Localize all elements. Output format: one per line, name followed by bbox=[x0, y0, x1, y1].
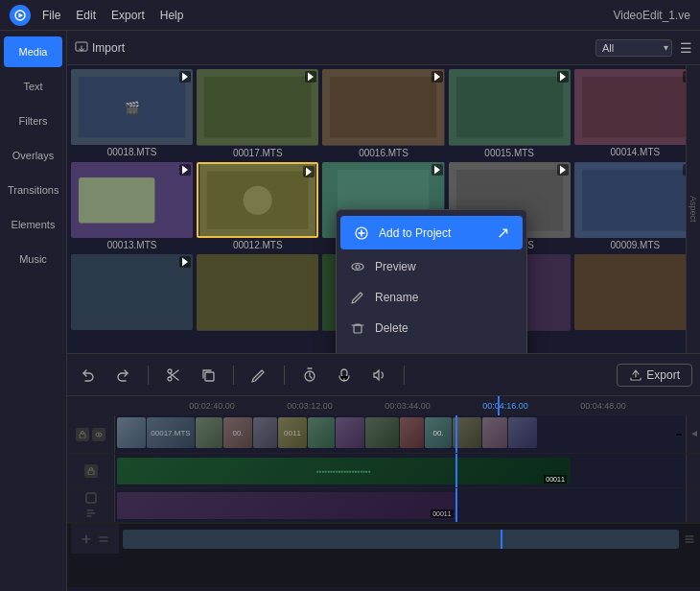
thumb-icon bbox=[432, 71, 443, 83]
clip-thumb-4: 00. bbox=[223, 417, 252, 448]
svg-rect-8 bbox=[204, 77, 311, 138]
timer-button[interactable] bbox=[296, 362, 323, 389]
media-item-r5[interactable] bbox=[574, 254, 696, 333]
media-item-r1[interactable] bbox=[71, 254, 193, 333]
import-button[interactable]: Import bbox=[75, 41, 125, 55]
clip-thumb-12 bbox=[453, 417, 481, 448]
bottom-icon-2[interactable] bbox=[97, 532, 110, 546]
media-item-00012[interactable]: 00012.MTS bbox=[197, 162, 318, 251]
svg-point-19 bbox=[244, 185, 272, 214]
cut-button[interactable] bbox=[160, 362, 187, 389]
clip-thumb-14 bbox=[508, 417, 537, 448]
thumb-icon bbox=[179, 164, 191, 176]
menu-export[interactable]: Export bbox=[111, 9, 145, 22]
audio-lock-btn[interactable] bbox=[84, 464, 98, 478]
svg-rect-16 bbox=[79, 177, 154, 223]
video-track-row: 00017.MTS 00. 0011 00. bbox=[67, 415, 700, 454]
ctx-delete[interactable]: Delete bbox=[337, 313, 526, 343]
media-item-00016[interactable]: 00016.MTS bbox=[322, 69, 444, 158]
right-panel: Aspect bbox=[686, 65, 700, 353]
media-label: 00009.MTS bbox=[574, 240, 696, 250]
sidebar-item-filters[interactable]: Filters bbox=[4, 106, 62, 136]
clip-thumb-2: 00017.MTS bbox=[147, 417, 195, 448]
ctx-add-to-project[interactable]: Add to Project ↗ bbox=[340, 216, 523, 249]
audio-clip-main: ▪▪▪▪▪▪▪▪▪▪▪▪▪▪▪▪▪▪▪▪ 00011 bbox=[117, 458, 571, 485]
menu-edit[interactable]: Edit bbox=[76, 9, 96, 22]
clip-thumb-1 bbox=[117, 417, 146, 448]
export-button[interactable]: Export bbox=[617, 364, 692, 387]
ctx-open-location[interactable]: Open the file location bbox=[337, 343, 526, 353]
clip-thumb-10 bbox=[400, 417, 424, 448]
media-item-00017[interactable]: 00017.MTS bbox=[197, 69, 318, 158]
svg-rect-10 bbox=[330, 77, 436, 138]
redo-button[interactable] bbox=[109, 362, 136, 389]
ctx-preview-label: Preview bbox=[375, 260, 416, 273]
effects-icon-1[interactable] bbox=[84, 491, 98, 505]
clip-thumb-7 bbox=[308, 417, 335, 448]
effects-track-content[interactable]: 00011 bbox=[115, 488, 686, 522]
bottom-icon-1[interactable] bbox=[80, 532, 93, 546]
ctx-preview[interactable]: Preview bbox=[337, 251, 526, 282]
svg-rect-31 bbox=[574, 254, 696, 330]
thumb-icon bbox=[557, 71, 569, 83]
mic-button[interactable] bbox=[331, 362, 358, 389]
track-eye-btn[interactable] bbox=[92, 428, 105, 441]
bottom-icon-3[interactable] bbox=[683, 532, 696, 546]
sidebar-item-transitions[interactable]: Transitions bbox=[4, 175, 62, 205]
filter-select[interactable]: All Video Audio Image bbox=[595, 39, 672, 57]
ctx-rename-label: Rename bbox=[375, 291, 418, 304]
grid-view-icon[interactable]: ☰ bbox=[680, 40, 692, 56]
media-item-00013[interactable]: 00013.MTS bbox=[71, 162, 193, 251]
filter-dropdown-wrapper[interactable]: All Video Audio Image ▾ bbox=[595, 39, 672, 57]
undo-button[interactable] bbox=[75, 362, 102, 389]
ctx-open-location-label: Open the file location bbox=[375, 352, 483, 353]
toolbar-sep-2 bbox=[233, 366, 234, 385]
svg-rect-26 bbox=[71, 254, 193, 330]
media-item-00018[interactable]: 🎬 00018.MTS bbox=[71, 69, 193, 158]
pen-button[interactable] bbox=[245, 362, 272, 389]
track-end-label bbox=[676, 434, 682, 436]
svg-rect-45 bbox=[88, 470, 94, 475]
toolbar-sep-3 bbox=[284, 366, 285, 385]
pencil-icon bbox=[350, 290, 365, 305]
media-item-00014[interactable]: 00014.MTS bbox=[574, 69, 696, 158]
effects-icon-2[interactable] bbox=[84, 507, 98, 520]
clip-thumb-6: 0011 bbox=[278, 417, 307, 448]
ruler-mark-5: 00:04:48.00 bbox=[554, 401, 652, 411]
thumb-icon bbox=[305, 71, 316, 83]
volume-button[interactable] bbox=[365, 362, 392, 389]
svg-rect-14 bbox=[582, 77, 688, 138]
sidebar-item-media[interactable]: Media bbox=[4, 36, 62, 67]
audio-track-content[interactable]: ▪▪▪▪▪▪▪▪▪▪▪▪▪▪▪▪▪▪▪▪ 00011 bbox=[115, 454, 686, 487]
window-title: VideoEdit_1.ve bbox=[613, 9, 690, 22]
track-lock-btn[interactable] bbox=[76, 428, 89, 441]
mini-timeline[interactable] bbox=[123, 530, 679, 549]
thumb-icon bbox=[557, 164, 569, 176]
clip-thumb-11: 00. bbox=[425, 417, 452, 448]
cursor-icon: ↗ bbox=[497, 224, 509, 242]
menu-file[interactable]: File bbox=[42, 9, 60, 22]
clip-thumb-3 bbox=[196, 417, 222, 448]
media-item-r2[interactable] bbox=[197, 254, 318, 333]
timeline: 00:02:40.00 00:03:12.00 00:03:44.00 00:0… bbox=[67, 395, 700, 587]
sidebar: Media Text Filters Overlays Transitions … bbox=[0, 31, 67, 591]
ctx-delete-label: Delete bbox=[375, 321, 408, 335]
sidebar-item-overlays[interactable]: Overlays bbox=[4, 140, 62, 171]
aspect-label: Aspect bbox=[688, 196, 698, 223]
ctx-rename[interactable]: Rename bbox=[337, 282, 526, 313]
svg-rect-46 bbox=[86, 493, 96, 503]
menu-help[interactable]: Help bbox=[160, 9, 184, 22]
sidebar-item-text[interactable]: Text bbox=[4, 71, 62, 102]
svg-rect-39 bbox=[205, 372, 214, 381]
thumb-icon bbox=[432, 164, 443, 176]
ruler-mark-1: 00:02:40.00 bbox=[163, 401, 261, 411]
media-item-00015[interactable]: 00015.MTS bbox=[449, 69, 571, 158]
copy-button[interactable] bbox=[195, 362, 222, 389]
sidebar-item-music[interactable]: Music bbox=[4, 244, 62, 274]
context-menu: Add to Project ↗ Preview Rename bbox=[336, 209, 527, 353]
effects-track-row: 00011 bbox=[67, 488, 700, 523]
video-track-label: ▶ bbox=[689, 430, 698, 438]
media-item-00009[interactable]: 00009.MTS bbox=[574, 162, 696, 251]
video-track-content[interactable]: 00017.MTS 00. 0011 00. bbox=[115, 415, 686, 453]
sidebar-item-elements[interactable]: Elements bbox=[4, 209, 62, 240]
